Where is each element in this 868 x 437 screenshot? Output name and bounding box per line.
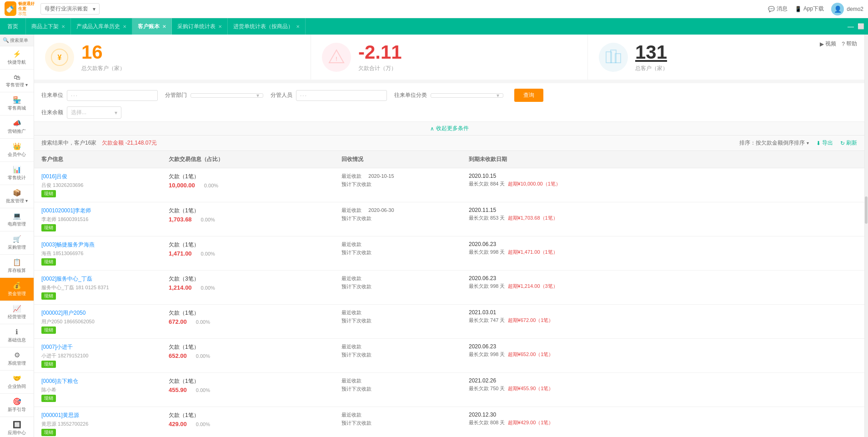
overdue-link-2[interactable]: 超期¥1,703.68（1笔） — [508, 215, 558, 221]
customer-phone-3: 海燕 18513066976 — [41, 250, 169, 257]
refresh-btn[interactable]: ↻ 刷新 — [840, 139, 857, 147]
filter-select-dept[interactable]: ▾ — [191, 93, 263, 98]
due-info-7: 2021.02.26 最长欠款 750 天 超期¥455.90（1笔） — [469, 377, 857, 392]
minimize-icon[interactable]: — — [848, 23, 854, 30]
customer-info-3: [0003]畅捷服务尹海燕 海燕 18513066976 现销 — [41, 241, 169, 266]
sidebar-item-system-mgmt[interactable]: ⚙ 系统管理 — [0, 347, 34, 371]
debt-customers-label: 总欠款客户（家） — [81, 65, 125, 72]
video-btn[interactable]: ▶ 视频 — [820, 40, 836, 48]
app-download-btn[interactable]: 📱 App下载 — [795, 5, 824, 13]
debt-percent-6: 0.00% — [196, 353, 210, 359]
collapse-btn[interactable]: ∧ 收起更多条件 — [430, 125, 469, 132]
tab-production-history[interactable]: 产成品入库单历史 ✕ — [71, 18, 132, 35]
sidebar-search[interactable]: 🔍 — [0, 35, 34, 46]
sidebar-item-label: 资金管理 — [8, 291, 26, 297]
filter-input-manager[interactable]: ··· — [296, 90, 387, 101]
customer-phone-4: 服务中心_丁磊 181 0125 8371 — [41, 284, 169, 291]
tab-close-icon[interactable]: ✕ — [296, 24, 300, 29]
sidebar-item-basic-info[interactable]: ℹ 基础信息 — [0, 324, 34, 347]
sidebar-item-quick-nav[interactable]: ⚡ 快捷导航 — [0, 46, 34, 70]
sidebar-item-enterprise-collab[interactable]: 🤝 企业协同 — [0, 371, 34, 394]
debt-count-8: 欠款（1笔） — [169, 412, 341, 419]
due-date-3: 2020.06.23 — [469, 241, 857, 247]
tab-close-icon[interactable]: ✕ — [218, 24, 222, 29]
message-btn[interactable]: 💬 消息 — [768, 5, 788, 13]
sidebar-item-label: 企业协同 — [8, 383, 26, 390]
maximize-icon[interactable]: ⬜ — [858, 23, 864, 30]
filter-input-trading-unit[interactable]: ··· — [67, 90, 158, 101]
debt-percent-3: 0.00% — [201, 251, 215, 256]
wholesale-mgmt-icon: 📦 — [13, 189, 21, 197]
filter-select-balance[interactable]: 选择... ▾ — [67, 106, 121, 119]
tab-close-icon[interactable]: ✕ — [123, 24, 126, 29]
due-info-3: 2020.06.23 最长欠款 998 天 超期¥1,471.00（1笔） — [469, 241, 857, 256]
debt-amount-3: 1,471.00 — [169, 250, 192, 257]
sidebar-item-inventory[interactable]: 📋 库存核算 — [0, 255, 34, 278]
sidebar-item-ecommerce[interactable]: 💻 电商管理 — [0, 208, 34, 231]
filter-dots-1: ··· — [71, 92, 78, 99]
tab-home[interactable]: 首页 — [0, 18, 26, 35]
tab-customer-account[interactable]: 客户账本 ✕ — [132, 18, 172, 35]
due-info-5: 2021.03.01 最长欠款 747 天 超期¥672.00（1笔） — [469, 309, 857, 324]
sort-selector[interactable]: 排序：按欠款金额倒序排序 ▾ — [739, 139, 809, 147]
search-input[interactable] — [10, 38, 31, 43]
customer-name-link-6[interactable]: [0007]小进千 — [41, 343, 169, 351]
overdue-link-8[interactable]: 超期¥429.00（1笔） — [508, 420, 554, 425]
sidebar-item-guide[interactable]: 🎯 新手引导 — [0, 394, 34, 417]
sidebar-item-member-center[interactable]: 👑 会员中心 — [0, 139, 34, 162]
filter-select-category[interactable]: ▾ — [431, 93, 503, 98]
help-btn[interactable]: ? 帮助 — [842, 40, 857, 48]
app-selector-label: 母婴行业演示账套 — [45, 5, 88, 13]
sidebar-item-purchase-mgmt[interactable]: 🛒 采购管理 — [0, 231, 34, 255]
user-menu[interactable]: 👤 demo2 — [831, 3, 863, 15]
repay-info-8: 最近收款 预计下次收款 — [341, 412, 469, 427]
tab-close-icon[interactable]: ✕ — [61, 24, 65, 29]
tab-product-listing[interactable]: 商品上下架 ✕ — [26, 18, 71, 35]
tab-close-icon[interactable]: ✕ — [162, 24, 166, 29]
col-header-repay-status: 回收情况 — [341, 156, 469, 163]
app-download-label: App下载 — [803, 5, 824, 13]
overdue-link-5[interactable]: 超期¥672.00（1笔） — [508, 317, 554, 323]
filter-row-1: 往来单位 ··· 分管部门 ▾ 分管人员 · — [41, 89, 857, 102]
operations-icon: 📈 — [13, 305, 21, 313]
sidebar-item-app-center[interactable]: 🔲 应用中心 — [0, 417, 34, 437]
table-row: [000001]黄思源 黄思源 13552700226 现销 欠款（1笔） 42… — [34, 407, 864, 437]
filter-row-2: 往来余额 选择... ▾ — [41, 106, 857, 119]
customer-name-link-1[interactable]: [0016]吕俊 — [41, 173, 169, 181]
overdue-link-6[interactable]: 超期¥652.00（1笔） — [508, 352, 554, 357]
sidebar-item-marketing[interactable]: 📣 营销推广 — [0, 116, 34, 139]
customer-name-link-5[interactable]: [000002]用户2050 — [41, 309, 169, 317]
repay-next-8: 预计下次收款 — [341, 420, 469, 427]
repay-recent-6: 最近收款 — [341, 343, 469, 350]
sidebar-item-retail-stats[interactable]: 📊 零售统计 — [0, 162, 34, 185]
repay-next-3: 预计下次收款 — [341, 249, 469, 256]
right-scrollbar[interactable] — [864, 35, 868, 437]
col-header-due-date: 到期未收款日期 — [469, 156, 857, 163]
customer-name-link-8[interactable]: [000001]黄思源 — [41, 412, 169, 419]
filter-item-dept: 分管部门 ▾ — [165, 91, 263, 99]
customer-info-8: [000001]黄思源 黄思源 13552700226 现销 — [41, 412, 169, 436]
query-button[interactable]: 查询 — [514, 89, 543, 102]
sidebar-item-finance[interactable]: 💰 资金管理 — [0, 278, 34, 301]
tab-incoming-stats[interactable]: 进货单统计表（按商品） ✕ — [228, 18, 306, 35]
sidebar-item-wholesale-mgmt[interactable]: 📦 批发管理 ▾ — [0, 185, 34, 208]
overdue-link-1[interactable]: 超期¥10,000.00（1笔） — [508, 181, 561, 186]
app-selector[interactable]: 母婴行业演示账套 ▾ — [40, 3, 100, 15]
tab-purchase-order-stats-label: 采购订单统计表 — [177, 23, 216, 30]
debt-info-2: 欠款（1笔） 1,703.68 0.00% — [169, 207, 341, 223]
sidebar-item-label: 批发管理 ▾ — [6, 198, 28, 204]
overdue-link-7[interactable]: 超期¥455.90（1笔） — [508, 386, 554, 391]
sidebar-item-retail-mall[interactable]: 🏪 零售商城 — [0, 92, 34, 116]
customer-name-link-4[interactable]: [0002]服务中心_丁磊 — [41, 275, 169, 283]
customer-name-link-2[interactable]: [0001020001]李老师 — [41, 207, 169, 215]
logo-text-line2: 示范 — [18, 11, 39, 16]
repay-next-5: 预计下次收款 — [341, 317, 469, 324]
customer-name-link-3[interactable]: [0003]畅捷服务尹海燕 — [41, 241, 169, 249]
customer-name-link-7[interactable]: [0006]去下粮仓 — [41, 377, 169, 385]
overdue-link-3[interactable]: 超期¥1,471.00（1笔） — [508, 249, 558, 255]
overdue-link-4[interactable]: 超期¥1,214.00（3笔） — [508, 283, 558, 289]
sidebar-item-retail-mgmt[interactable]: 🛍 零售管理 ▾ — [0, 70, 34, 92]
export-btn[interactable]: ⬇ 导出 — [816, 139, 833, 147]
sidebar-item-operations[interactable]: 📈 经营管理 — [0, 301, 34, 324]
tab-purchase-order-stats[interactable]: 采购订单统计表 ✕ — [172, 18, 228, 35]
